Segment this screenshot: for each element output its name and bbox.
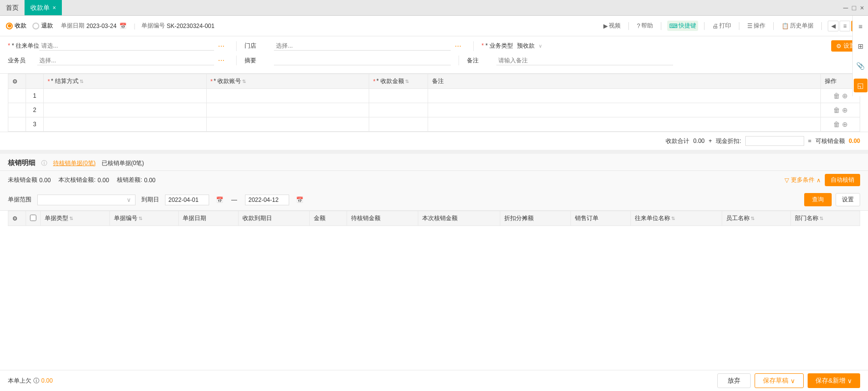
video-btn[interactable]: ▶ 视频 [601, 21, 623, 31]
tab-close-icon[interactable]: × [53, 4, 56, 11]
minimize-icon[interactable]: ─ [843, 4, 848, 12]
done-tab[interactable]: 已核销单据(0笔) [102, 159, 144, 168]
more-conditions-btn[interactable]: ▽ 更多条件 ∧ [785, 176, 821, 184]
row1-account[interactable] [206, 89, 369, 103]
store-label: 门店 [244, 42, 274, 50]
abandon-btn[interactable]: 放弃 [717, 373, 751, 388]
row3-payment[interactable] [44, 117, 207, 132]
col-payment-method-header[interactable]: ** 结算方式⇅ [44, 74, 207, 89]
bottom-col-staff[interactable]: 员工名称⇅ [722, 211, 791, 226]
col-amount-header[interactable]: ** 收款金额⇅ [369, 74, 428, 89]
tab-receipt[interactable]: 收款单 × [25, 0, 62, 15]
counterpart-label: * * 往来单位 [8, 42, 39, 50]
business-type-arrow[interactable]: ∨ [539, 43, 542, 49]
right-panel-icon-1[interactable]: ≡ [854, 20, 868, 33]
calendar-icon[interactable]: 📅 [119, 23, 127, 29]
date-from-input[interactable] [165, 195, 209, 205]
diff-value: 0.00 [144, 177, 155, 184]
bottom-col-settings[interactable]: ⚙ [8, 211, 26, 226]
row1-remark[interactable] [428, 89, 821, 103]
bottom-col-pending[interactable]: 待核销金额 [347, 211, 418, 226]
bottom-col-doc-no[interactable]: 单据编号⇅ [109, 211, 179, 226]
staff-more-btn[interactable]: ··· [218, 56, 224, 65]
store-input[interactable] [274, 41, 451, 51]
row1-payment[interactable] [44, 89, 207, 103]
counterpart-more-btn[interactable]: ··· [218, 42, 224, 51]
radio-refund-dot [32, 23, 39, 29]
tab-bar-right: ─ □ × [843, 4, 868, 12]
radio-refund[interactable]: 退款 [32, 22, 53, 30]
save-new-chevron[interactable]: ∨ [847, 377, 852, 385]
bottom-col-sales-order[interactable]: 销售订单 [571, 211, 631, 226]
right-panel-icon-3[interactable]: 📎 [854, 59, 868, 73]
table-row: 3 🗑 ⊕ [8, 117, 860, 132]
filter-settings-btn[interactable]: 设置 [836, 193, 860, 206]
summary-input[interactable] [274, 56, 451, 65]
date-from-icon[interactable]: 📅 [216, 196, 223, 203]
shortcut-btn[interactable]: ⌨ 快捷键 [667, 21, 698, 31]
row3-account[interactable] [206, 117, 369, 132]
stats-row: 未核销金额 0.00 本次核销金额: 0.00 核销差额: 0.00 ▽ 更多条… [0, 171, 868, 189]
prev-icon[interactable]: ◀ [828, 21, 839, 31]
bottom-col-current[interactable]: 本次核销金额 [418, 211, 500, 226]
list-view-icon[interactable]: ≡ [840, 21, 850, 31]
date-to-input[interactable] [245, 195, 289, 205]
bottom-col-counterpart[interactable]: 往来单位名称⇅ [631, 211, 722, 226]
bottom-col-receipt-date[interactable]: 收款到期日 [239, 211, 309, 226]
history-btn[interactable]: 📋 历史单据 [780, 21, 815, 31]
select-all-checkbox[interactable] [30, 215, 36, 221]
discount-input[interactable] [745, 136, 804, 146]
row2-remark[interactable] [428, 103, 821, 117]
counterpart-input[interactable] [39, 41, 214, 51]
row3-remark[interactable] [428, 117, 821, 132]
bottom-col-doc-type[interactable]: 单据类型⇅ [41, 211, 110, 226]
due-date-label: 到期日 [141, 196, 159, 204]
tab-bar: 首页 收款单 × ─ □ × [0, 0, 868, 16]
save-new-btn[interactable]: 保存&新增 ∨ [808, 373, 860, 388]
range-select[interactable]: ∨ [37, 195, 136, 205]
bottom-order-info-icon[interactable]: ⓘ [33, 377, 39, 385]
query-btn[interactable]: 查询 [804, 193, 832, 206]
bottom-col-doc-date[interactable]: 单据日期 [179, 211, 239, 226]
bottom-col-amount[interactable]: 金额 [309, 211, 347, 226]
bottom-col-dept[interactable]: 部门名称⇅ [791, 211, 860, 226]
auto-verification-btn[interactable]: 自动核销 [825, 174, 860, 186]
tab-home[interactable]: 首页 [0, 0, 25, 15]
operation-btn[interactable]: ☰ 操作 [745, 21, 767, 31]
maximize-icon[interactable]: □ [852, 4, 856, 12]
summary-label: 摘要 [244, 56, 274, 65]
info-icon[interactable]: ⓘ [41, 159, 47, 168]
right-panel-icon-4[interactable]: ◱ [854, 79, 868, 92]
remark-input[interactable] [496, 56, 673, 65]
print-btn[interactable]: 🖨 打印 [710, 21, 733, 31]
col-account-header[interactable]: ** 收款账号⇅ [206, 74, 369, 89]
pending-tab[interactable]: 待核销单据(0笔) [53, 159, 96, 168]
save-draft-btn[interactable]: 保存草稿 ∨ [755, 373, 804, 388]
row2-copy-icon[interactable]: ⊕ [842, 106, 848, 114]
bottom-col-checkbox[interactable] [26, 211, 41, 226]
row2-delete-icon[interactable]: 🗑 [833, 106, 840, 114]
row2-account[interactable] [206, 103, 369, 117]
save-draft-chevron[interactable]: ∨ [790, 377, 795, 385]
radio-group: 收款 退款 [6, 22, 53, 30]
staff-input[interactable] [37, 56, 214, 65]
col-settings-header[interactable]: ⚙ [8, 74, 26, 89]
radio-receipt[interactable]: 收款 [6, 22, 27, 30]
help-btn[interactable]: ? 帮助 [635, 21, 655, 31]
date-to-icon[interactable]: 📅 [296, 196, 303, 203]
row2-action-btns: 🗑 ⊕ [825, 106, 856, 114]
bottom-settings-icon: ⚙ [12, 215, 18, 222]
sep1 [236, 41, 237, 51]
close-icon[interactable]: × [860, 4, 864, 12]
row1-copy-icon[interactable]: ⊕ [842, 92, 848, 100]
right-panel-icon-2[interactable]: ⊞ [854, 39, 868, 53]
row3-copy-icon[interactable]: ⊕ [842, 120, 848, 128]
row2-payment[interactable] [44, 103, 207, 117]
row3-amount[interactable] [369, 117, 428, 132]
row1-delete-icon[interactable]: 🗑 [833, 92, 840, 100]
store-more-btn[interactable]: ··· [455, 42, 461, 51]
row1-amount[interactable] [369, 89, 428, 103]
row3-delete-icon[interactable]: 🗑 [833, 120, 840, 128]
bottom-col-discount[interactable]: 折扣分摊额 [500, 211, 570, 226]
row2-amount[interactable] [369, 103, 428, 117]
